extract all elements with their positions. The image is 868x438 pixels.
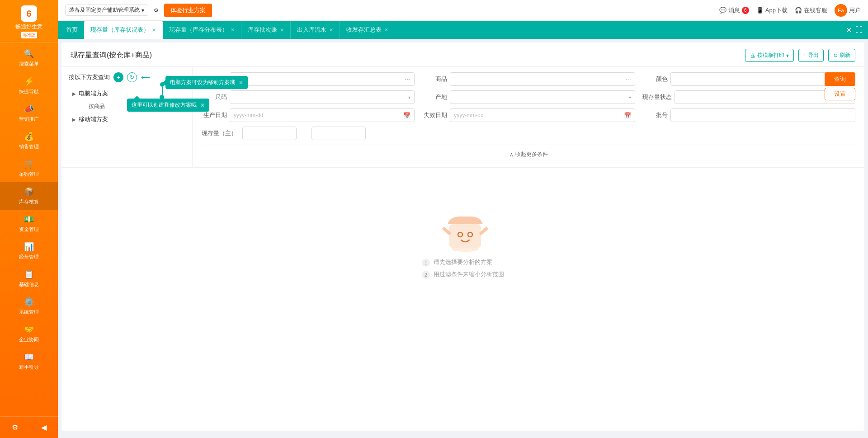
- box-icon: 📦: [24, 187, 34, 197]
- tab-batch-ledger[interactable]: 库存批次账 ✕: [241, 21, 291, 39]
- tab-close-icon[interactable]: ✕: [231, 27, 235, 33]
- notification-btn[interactable]: 💬 消息 6: [719, 6, 749, 14]
- stock-qty-from-input[interactable]: [242, 127, 297, 140]
- step-2-text: 用过滤条件来缩小分析范围: [434, 270, 504, 278]
- collapse-button[interactable]: ∧ 收起更多条件: [504, 149, 553, 160]
- filter-row-2: 尺码 ▾ 产地 ▾: [202, 90, 855, 104]
- sidebar-item-label: 经营管理: [19, 254, 39, 260]
- tabs-right-controls: ✕ ⛶: [846, 26, 866, 34]
- production-date-input[interactable]: yyyy-mm-dd 📅: [230, 108, 415, 122]
- size-select[interactable]: ▾: [230, 90, 415, 104]
- empty-step-2: 2 用过滤条件来缩小分析范围: [422, 270, 504, 279]
- tab-close-icon[interactable]: ✕: [329, 27, 333, 33]
- origin-select[interactable]: ▾: [450, 90, 635, 104]
- filter-row-4: 现存量（主） —: [202, 127, 855, 140]
- tabs-bar: 首页 现存量（库存状况表） ✕ 现存量（库存分布表） ✕ 库存批次账 ✕ 出入库…: [58, 21, 868, 39]
- sidebar-item-finance[interactable]: 💵 资金管理: [0, 210, 58, 237]
- stock-qty-to-input[interactable]: [311, 127, 366, 140]
- tab-inventory-distribution[interactable]: 现存量（库存分布表） ✕: [163, 21, 241, 39]
- scheme-group-pc: ▶ 电脑端方案: [72, 88, 185, 99]
- template-print-button[interactable]: 🖨 按模板打印 ▾: [745, 49, 794, 62]
- edit-tooltip-close-btn[interactable]: ✕: [200, 102, 205, 108]
- size-select-arrow-icon: ▾: [408, 95, 410, 100]
- sidebar-menu: 🔍 搜索菜单 ⚡ 快捷导航 📣 营销推广 💰 销售管理 🛒 采购管理 📦 库存核…: [0, 42, 58, 416]
- phone-icon: 📱: [756, 7, 764, 14]
- inventory-status-label: 现存量状态: [642, 93, 672, 101]
- sidebar-item-sales[interactable]: 💰 销售管理: [0, 127, 58, 155]
- warehouse-input[interactable]: ⋯: [230, 72, 415, 86]
- main-header: 装备及固定资产辅助管理系统 ▾ ⚙ 体验行业方案 💬 消息 6 📱 App下载 …: [58, 0, 868, 21]
- online-support-label: 在线客服: [804, 6, 827, 14]
- sidebar-bottom: ⚙ ◀: [0, 416, 58, 438]
- refresh-icon: ↻: [833, 52, 838, 59]
- arrow-scheme-button[interactable]: ⟵: [141, 72, 151, 82]
- connector-line: [162, 87, 163, 96]
- wallet-icon: 💵: [24, 214, 34, 224]
- notification-label: 消息: [728, 6, 740, 14]
- sidebar-item-baseinfo[interactable]: 📋 基础信息: [0, 265, 58, 292]
- cart-icon: 🛒: [24, 159, 34, 169]
- refresh-scheme-button[interactable]: ↻: [127, 72, 137, 82]
- tab-inout-flow[interactable]: 出入库流水 ✕: [291, 21, 340, 39]
- industry-plan-button[interactable]: 体验行业方案: [164, 4, 212, 17]
- search-button[interactable]: 查询: [825, 72, 855, 86]
- empty-step-1: 1 请先选择要分析的方案: [422, 258, 504, 267]
- tabs-fullscreen-btn[interactable]: ⛶: [855, 26, 863, 34]
- tab-home[interactable]: 首页: [60, 26, 84, 34]
- tabs-close-all-btn[interactable]: ✕: [846, 26, 852, 34]
- tab-close-icon[interactable]: ✕: [152, 27, 156, 33]
- online-support-btn[interactable]: 🎧 在线客服: [795, 6, 827, 14]
- chart-icon: 📊: [24, 242, 34, 252]
- print-icon: 🖨: [750, 52, 755, 59]
- product-dots-icon[interactable]: ⋯: [625, 76, 631, 83]
- sidebar-item-inventory[interactable]: 📦 库存核算: [0, 182, 58, 210]
- template-print-label: 按模板打印: [757, 52, 784, 59]
- product-input[interactable]: ⋯: [450, 72, 635, 86]
- scheme-group-pc-label: 电脑端方案: [79, 89, 108, 98]
- scheme-group-mobile-header[interactable]: ▶ 移动端方案: [72, 113, 185, 125]
- tab-close-icon[interactable]: ✕: [280, 27, 284, 33]
- warehouse-dots-icon[interactable]: ⋯: [405, 76, 410, 83]
- refresh-label: 刷新: [840, 52, 850, 59]
- sidebar-item-label: 基础信息: [19, 281, 39, 288]
- add-scheme-button[interactable]: +: [113, 72, 123, 82]
- scheme-group-pc-header[interactable]: ▶ 电脑端方案: [72, 88, 185, 99]
- header-right: 💬 消息 6 📱 App下载 🎧 在线客服 Ea 用户: [719, 4, 861, 17]
- refresh-button[interactable]: ↻ 刷新: [828, 49, 855, 62]
- setting-button[interactable]: 设置: [825, 88, 855, 100]
- sidebar-item-marketing[interactable]: 📣 营销推广: [0, 99, 58, 127]
- user-menu[interactable]: Ea 用户: [835, 4, 861, 17]
- sidebar-item-guide[interactable]: 📖 新手引导: [0, 348, 58, 375]
- sidebar-item-management[interactable]: 📊 经营管理: [0, 237, 58, 265]
- app-download-btn[interactable]: 📱 App下载: [756, 6, 788, 14]
- sidebar-item-label: 快捷导航: [19, 88, 39, 95]
- stock-qty-range-sep: —: [301, 130, 307, 137]
- sidebar-item-search[interactable]: 🔍 搜索菜单: [0, 44, 58, 72]
- batch-number-input[interactable]: [670, 108, 855, 122]
- settings-bottom-btn[interactable]: ⚙: [10, 421, 20, 433]
- headset-icon: 🎧: [795, 7, 802, 14]
- export-button[interactable]: ↑ 导出: [798, 49, 824, 62]
- sidebar-item-system[interactable]: ⚙️ 系统管理: [0, 292, 58, 320]
- scheme-tooltip-text: 电脑方案可设为移动方案哦: [170, 79, 235, 86]
- tab-label: 收发存汇总表: [346, 26, 382, 34]
- scheme-tooltip-close-btn[interactable]: ✕: [239, 80, 243, 86]
- calendar-icon-2[interactable]: 📅: [624, 112, 631, 119]
- tab-close-icon[interactable]: ✕: [384, 27, 388, 33]
- tab-summary[interactable]: 收发存汇总表 ✕: [340, 21, 395, 39]
- expiry-date-input[interactable]: yyyy-mm-dd 📅: [450, 108, 635, 122]
- filter-fields-area: 仓库 ⋯ 商品 ⋯: [193, 67, 864, 167]
- calendar-icon[interactable]: 📅: [403, 112, 410, 119]
- filter-header-label: 按以下方案查询: [69, 73, 110, 81]
- sidebar-item-cooperation[interactable]: 🤝 企业协同: [0, 320, 58, 348]
- settings-btn[interactable]: ⚙: [154, 7, 159, 14]
- sidebar-item-purchase[interactable]: 🛒 采购管理: [0, 155, 58, 182]
- expiry-date-placeholder: yyyy-mm-dd: [454, 112, 483, 118]
- system-selector[interactable]: 装备及固定资产辅助管理系统 ▾: [65, 5, 148, 16]
- sidebar-item-quicknav[interactable]: ⚡ 快捷导航: [0, 72, 58, 99]
- collapse-sidebar-btn[interactable]: ◀: [39, 421, 48, 433]
- filter-product: 商品 ⋯: [422, 72, 635, 86]
- origin-label: 产地: [422, 93, 447, 101]
- sidebar-item-label: 采购管理: [19, 171, 39, 178]
- tab-inventory-status[interactable]: 现存量（库存状况表） ✕: [84, 21, 163, 39]
